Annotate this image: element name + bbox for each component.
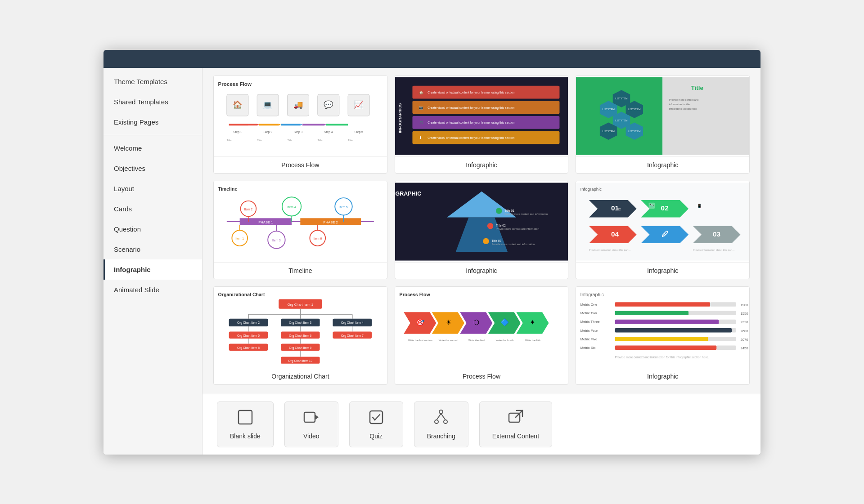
template-card-t1[interactable]: Process Flow 🏠 💻 🚚 💬 📈	[213, 75, 387, 174]
close-button[interactable]	[742, 57, 750, 61]
svg-text:💬: 💬	[324, 99, 333, 109]
svg-text:📈: 📈	[354, 99, 364, 109]
svg-rect-183	[615, 319, 719, 324]
svg-text:Org Chart Item 10: Org Chart Item 10	[288, 359, 312, 362]
svg-text:INFOGRAPHIC: INFOGRAPHIC	[395, 191, 421, 197]
svg-text:Org Chart Item 2: Org Chart Item 2	[237, 321, 260, 325]
sidebar-item-theme-templates[interactable]: Theme Templates	[104, 71, 202, 92]
svg-text:04: 04	[611, 230, 619, 237]
svg-text:Write the fourth: Write the fourth	[495, 339, 513, 341]
svg-text:Provide more contact and infor: Provide more contact and information	[504, 212, 548, 215]
svg-text:PHASE 1: PHASE 1	[258, 220, 273, 224]
svg-text:1900: 1900	[741, 303, 748, 307]
template-preview-t3: Title LIST ITEM LIST ITEM LIST ITEM LIST…	[576, 76, 749, 156]
template-preview-t6: Infographic 01 02 02 🔭 📱 04 🖊 03 Provide…	[576, 181, 749, 262]
svg-rect-188	[732, 328, 737, 332]
svg-text:LIST ITEM: LIST ITEM	[628, 108, 641, 111]
svg-text:Process Flow: Process Flow	[399, 291, 430, 297]
template-card-t4[interactable]: Timeline PHASE 1 PHASE 2 Item 2 Item 4 I…	[213, 181, 387, 279]
svg-text:Org Chart Item 6: Org Chart Item 6	[289, 334, 311, 338]
template-label-t3: Infographic	[576, 156, 749, 173]
template-card-t7[interactable]: Organizational Chart Org Chart Item 1 Or…	[213, 286, 387, 385]
template-preview-t7: Organizational Chart Org Chart Item 1 Or…	[214, 287, 387, 368]
svg-text:🏠: 🏠	[419, 89, 423, 94]
svg-text:🔷: 🔷	[500, 318, 509, 326]
template-label-t2: Infographic	[395, 156, 568, 173]
template-grid-container[interactable]: Process Flow 🏠 💻 🚚 💬 📈	[202, 68, 760, 394]
svg-text:Title 01: Title 01	[504, 209, 514, 212]
svg-text:🎵: 🎵	[419, 120, 423, 125]
external-content-button[interactable]: External Content	[479, 401, 552, 447]
svg-text:Item 2: Item 2	[244, 207, 253, 210]
sidebar-item-objectives[interactable]: Objectives	[104, 158, 202, 178]
svg-text:Infographic: Infographic	[580, 291, 604, 297]
template-card-t6[interactable]: Infographic 01 02 02 🔭 📱 04 🖊 03 Provide…	[576, 181, 750, 279]
template-preview-t1: Process Flow 🏠 💻 🚚 💬 📈	[214, 76, 387, 156]
template-card-t3[interactable]: Title LIST ITEM LIST ITEM LIST ITEM LIST…	[576, 75, 750, 174]
svg-text:LIST ITEM: LIST ITEM	[628, 129, 641, 132]
quiz-button[interactable]: Quiz	[349, 401, 403, 447]
svg-text:Item 1: Item 1	[235, 237, 244, 240]
svg-text:Org Chart Item 8: Org Chart Item 8	[237, 346, 260, 350]
sidebar-item-shared-templates[interactable]: Shared Templates	[104, 92, 202, 112]
svg-text:Title: Title	[287, 138, 292, 141]
svg-line-209	[516, 410, 522, 417]
svg-rect-179	[615, 311, 688, 315]
svg-text:2320: 2320	[741, 320, 748, 324]
external-icon	[508, 409, 524, 429]
svg-text:Timeline: Timeline	[218, 186, 238, 191]
svg-text:🔭: 🔭	[649, 203, 654, 209]
template-card-t2[interactable]: INFOGRAPHICS 🏠 Create visual or textual …	[395, 75, 569, 174]
svg-text:Write the third: Write the third	[468, 339, 485, 341]
svg-text:Write the fifth: Write the fifth	[525, 339, 540, 341]
svg-rect-191	[615, 337, 708, 341]
sidebar-item-animated-slide[interactable]: Animated Slide	[104, 280, 202, 300]
template-card-t5[interactable]: INFOGRAPHIC Title 01 Provide more contac…	[395, 181, 569, 279]
svg-text:LIST ITEM: LIST ITEM	[616, 97, 628, 100]
branching-button[interactable]: Branching	[414, 401, 468, 447]
sidebar-item-cards[interactable]: Cards	[104, 199, 202, 219]
sidebar-item-existing-pages[interactable]: Existing Pages	[104, 112, 202, 132]
svg-text:Metric Six: Metric Six	[580, 346, 596, 350]
svg-rect-48	[663, 77, 749, 155]
svg-text:Org Chart Item 3: Org Chart Item 3	[289, 321, 311, 325]
svg-rect-184	[719, 319, 736, 324]
sidebar-item-infographic[interactable]: Infographic	[104, 259, 202, 280]
sidebar-item-welcome[interactable]: Welcome	[104, 138, 202, 158]
svg-rect-202	[370, 411, 382, 424]
template-preview-t2: INFOGRAPHICS 🏠 Create visual or textual …	[395, 76, 568, 156]
sidebar-item-scenario[interactable]: Scenario	[104, 239, 202, 259]
svg-text:LIST ITEM: LIST ITEM	[603, 129, 615, 132]
svg-text:Provide more context and: Provide more context and	[669, 98, 699, 101]
svg-point-204	[435, 420, 438, 424]
svg-rect-195	[615, 345, 717, 350]
svg-text:Metric Two: Metric Two	[580, 311, 597, 315]
svg-text:Org Chart Item 1: Org Chart Item 1	[288, 302, 313, 306]
svg-rect-199	[238, 410, 252, 424]
template-label-t6: Infographic	[576, 262, 749, 279]
external-content-label: External Content	[492, 433, 539, 440]
svg-text:Org Chart Item 5: Org Chart Item 5	[237, 334, 260, 338]
svg-text:INFOGRAPHICS: INFOGRAPHICS	[398, 103, 402, 133]
svg-text:LIST ITEM: LIST ITEM	[616, 119, 628, 121]
svg-line-207	[441, 414, 446, 420]
svg-text:02: 02	[661, 204, 669, 211]
svg-text:1550: 1550	[741, 312, 748, 316]
sidebar-item-layout[interactable]: Layout	[104, 178, 202, 199]
video-button[interactable]: Video	[284, 401, 338, 447]
svg-text:Title: Title	[318, 138, 323, 141]
template-label-t1: Process Flow	[214, 156, 387, 173]
svg-text:✦: ✦	[530, 318, 536, 326]
sidebar-item-question[interactable]: Question	[104, 219, 202, 239]
template-card-t8[interactable]: Process Flow 🎯 ☀ ⬡ 🔷 ✦ Write the first s…	[395, 286, 569, 385]
svg-text:Step 3: Step 3	[294, 130, 303, 134]
svg-text:💻: 💻	[263, 99, 273, 109]
blank-slide-button[interactable]: Blank slide	[217, 401, 274, 447]
blank-icon	[237, 409, 253, 429]
content-area: Process Flow 🏠 💻 🚚 💬 📈	[202, 68, 760, 455]
template-card-t9[interactable]: Infographic Metric One 1900 Metric Two 1…	[576, 286, 750, 385]
svg-text:⬇: ⬇	[419, 135, 422, 139]
svg-point-100	[483, 238, 489, 244]
svg-point-94	[496, 208, 502, 214]
svg-marker-14	[248, 124, 257, 125]
